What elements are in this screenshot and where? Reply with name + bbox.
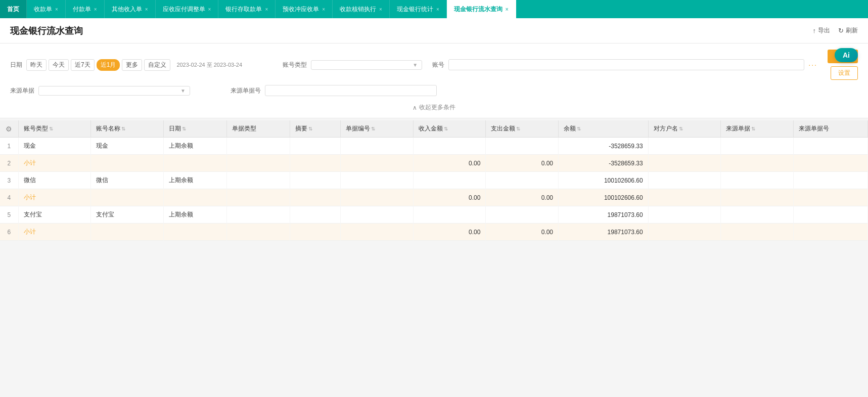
cell-source-doc-no: [793, 172, 867, 189]
nav-tab-close[interactable]: ×: [94, 7, 97, 12]
nav-tab-shoukuanzhixing[interactable]: 收款核销执行 ×: [333, 0, 390, 18]
date-filter-label: 日期: [10, 61, 22, 69]
nav-tab-label: 收款单: [34, 5, 52, 14]
col-source-doc-no-label: 来源单据号: [799, 125, 829, 132]
source-doc-label: 来源单据: [10, 86, 34, 95]
nav-tab-close[interactable]: ×: [506, 7, 509, 12]
sort-icon: ⇅: [679, 126, 683, 131]
cell-source-doc-no: [793, 155, 867, 172]
source-doc-select[interactable]: ▼: [38, 86, 190, 96]
date-btn-more[interactable]: 更多: [122, 59, 142, 71]
nav-tab-label: 付款单: [73, 5, 91, 14]
cell-account-type: 小计: [18, 155, 91, 172]
account-no-input[interactable]: [448, 59, 804, 70]
cell-account-type: 微信: [18, 172, 91, 189]
table-row: 6小计0.000.0019871073.60: [0, 224, 868, 241]
nav-tab-close[interactable]: ×: [436, 7, 439, 12]
cell-account-type: 现金: [18, 138, 91, 155]
date-btn-7days[interactable]: 近7天: [71, 59, 95, 71]
date-btn-today[interactable]: 今天: [49, 59, 69, 71]
source-doc-no-input[interactable]: [265, 85, 437, 96]
source-doc-no-label: 来源单据号: [231, 86, 261, 95]
date-btn-1month[interactable]: 近1月: [97, 59, 120, 71]
nav-tab-close[interactable]: ×: [265, 7, 268, 12]
collapse-row[interactable]: ∧ 收起更多条件: [10, 101, 858, 114]
cell-account-type: 小计: [18, 189, 91, 206]
cell-source-doc: [721, 138, 794, 155]
col-account-name[interactable]: 账号名称⇅: [91, 120, 164, 138]
export-icon: ↑: [813, 27, 816, 34]
cell-expense: [486, 172, 559, 189]
nav-tab-yushouchen[interactable]: 预收冲应收单 ×: [276, 0, 333, 18]
cell-doc-no: [341, 138, 414, 155]
nav-tab-liushuichaxun[interactable]: 现金银行流水查询 ×: [447, 0, 516, 18]
nav-tab-close[interactable]: ×: [145, 7, 148, 12]
col-balance[interactable]: 余额⇅: [559, 120, 649, 138]
cell-no: 5: [0, 206, 18, 224]
col-date[interactable]: 日期⇅: [163, 120, 226, 138]
account-type-select[interactable]: ▼: [311, 60, 422, 70]
nav-tab-close[interactable]: ×: [379, 7, 382, 12]
nav-tab-close[interactable]: ×: [55, 7, 58, 12]
cell-date: 上期余额: [163, 206, 226, 224]
col-income[interactable]: 收入金额⇅: [413, 120, 486, 138]
nav-tab-qitashouru[interactable]: 其他收入单 ×: [105, 0, 156, 18]
account-no-more-btn[interactable]: ···: [808, 61, 817, 69]
col-summary-label: 摘要: [295, 125, 307, 132]
col-source-doc-label: 来源单据: [726, 125, 750, 132]
source-doc-filter-group: 来源单据 ▼: [10, 86, 190, 96]
header-actions: ↑ 导出 ↻ 刷新: [813, 26, 858, 35]
table-header-row: ⚙ 账号类型⇅ 账号名称⇅ 日期⇅ 单据类型 摘要⇅ 单据编号⇅ 收入金额⇅ 支…: [0, 120, 868, 138]
col-account-type-label: 账号类型: [24, 125, 48, 132]
cell-no: 6: [0, 224, 18, 241]
col-summary[interactable]: 摘要⇅: [290, 120, 341, 138]
cell-income: [413, 172, 486, 189]
sort-icon: ⇅: [371, 126, 375, 131]
col-source-doc-no[interactable]: 来源单据号: [793, 120, 867, 138]
cell-counterpart: [648, 172, 721, 189]
cell-doc-no: [341, 224, 414, 241]
col-settings[interactable]: ⚙: [0, 120, 18, 138]
date-btn-custom[interactable]: 自定义: [144, 59, 170, 71]
cell-source-doc: [721, 155, 794, 172]
nav-tab-xianjinyinhang[interactable]: 现金银行统计 ×: [390, 0, 447, 18]
col-doc-no[interactable]: 单据编号⇅: [341, 120, 414, 138]
cell-balance: -3528659.33: [559, 138, 649, 155]
export-btn[interactable]: ↑ 导出: [813, 26, 831, 35]
cell-no: 4: [0, 189, 18, 206]
col-account-type[interactable]: 账号类型⇅: [18, 120, 91, 138]
nav-tab-close[interactable]: ×: [208, 7, 211, 12]
cell-doc-type: [227, 172, 290, 189]
cell-counterpart: [648, 138, 721, 155]
col-source-doc[interactable]: 来源单据⇅: [721, 120, 794, 138]
settings-button[interactable]: 设置: [831, 66, 858, 80]
account-type-label: 账号类型: [283, 61, 307, 69]
col-doc-type[interactable]: 单据类型: [227, 120, 290, 138]
nav-tab-close[interactable]: ×: [322, 7, 325, 12]
nav-tab-fukuandan[interactable]: 付款单 ×: [66, 0, 105, 18]
nav-tab-label: 现金银行统计: [397, 5, 433, 14]
nav-tab-shoukuandan[interactable]: 收款单 ×: [27, 0, 66, 18]
collapse-label: 收起更多条件: [419, 103, 455, 112]
col-expense[interactable]: 支出金额⇅: [486, 120, 559, 138]
date-btn-yesterday[interactable]: 昨天: [26, 59, 47, 71]
sort-icon: ⇅: [751, 126, 755, 131]
cell-account-type: 小计: [18, 224, 91, 241]
cell-source-doc: [721, 172, 794, 189]
cell-summary: [290, 224, 341, 241]
table-row: 5支付宝支付宝上期余额19871073.60: [0, 206, 868, 224]
cell-balance: -3528659.33: [559, 155, 649, 172]
ai-button[interactable]: Ai: [835, 48, 858, 62]
nav-home[interactable]: 首页: [0, 0, 27, 18]
cell-source-doc-no: [793, 206, 867, 224]
sort-icon: ⇅: [49, 126, 53, 131]
nav-tab-yingshoutiaozheng[interactable]: 应收应付调整单 ×: [156, 0, 219, 18]
date-filter-group: 日期 昨天 今天 近7天 近1月 更多 自定义 2023-02-24 至 202…: [10, 59, 242, 71]
col-counterpart[interactable]: 对方户名⇅: [648, 120, 721, 138]
source-doc-dropdown-icon: ▼: [180, 88, 186, 94]
sort-icon: ⇅: [516, 126, 520, 131]
refresh-btn[interactable]: ↻ 刷新: [838, 26, 858, 35]
nav-tab-label: 其他收入单: [112, 5, 142, 14]
nav-tab-yinhangcunqu[interactable]: 银行存取款单 ×: [218, 0, 276, 18]
cell-balance: 100102606.60: [559, 189, 649, 206]
